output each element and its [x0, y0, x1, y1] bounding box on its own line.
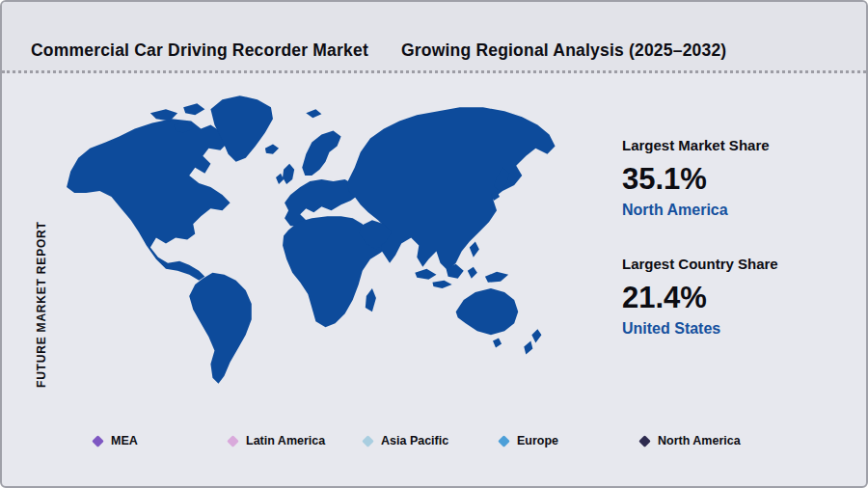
- legend-label: Europe: [517, 434, 558, 447]
- legend-item-latin-america: Latin America: [229, 432, 325, 449]
- legend-item-asia-pacific: Asia Pacific: [364, 432, 448, 449]
- brand-vertical-label: FUTURE MARKET REPORT: [35, 222, 48, 388]
- stat-label: Largest Country Share: [622, 256, 854, 272]
- legend-marker-diamond: [227, 435, 239, 447]
- stat-region: United States: [622, 320, 854, 338]
- continent-north-america: [67, 119, 231, 280]
- legend: MEA Latin America Asia Pacific Europe No…: [2, 432, 866, 449]
- stat-largest-market-share: Largest Market Share 35.1% North America: [622, 137, 854, 219]
- world-map-svg: [57, 91, 602, 394]
- page-title-market: Commercial Car Driving Recorder Market: [31, 41, 368, 61]
- legend-item-europe: Europe: [500, 432, 558, 449]
- legend-marker-diamond: [362, 435, 374, 447]
- page-title-analysis: Growing Regional Analysis (2025–2032): [401, 41, 726, 61]
- continents: [67, 95, 555, 384]
- stat-largest-country-share: Largest Country Share 21.4% United State…: [622, 256, 854, 338]
- legend-item-mea: MEA: [94, 432, 138, 449]
- legend-label: MEA: [111, 434, 138, 447]
- madagascar: [366, 288, 376, 312]
- legend-marker-diamond: [638, 435, 651, 447]
- legend-label: Asia Pacific: [381, 434, 448, 447]
- greenland: [210, 95, 273, 162]
- new-zealand: [524, 329, 541, 354]
- legend-label: North America: [658, 434, 741, 447]
- stats-panel: Largest Market Share 35.1% North America…: [622, 137, 854, 338]
- stat-value: 21.4%: [622, 283, 854, 312]
- stat-label: Largest Market Share: [622, 137, 854, 153]
- legend-marker-diamond: [92, 435, 104, 447]
- stat-region: North America: [622, 202, 854, 219]
- continent-australia: [456, 288, 519, 348]
- legend-label: Latin America: [246, 434, 325, 447]
- infographic-frame: Commercial Car Driving Recorder Market G…: [0, 0, 868, 488]
- continent-south-america: [189, 273, 252, 384]
- legend-item-north-america: North America: [640, 432, 741, 449]
- british-isles: [276, 164, 294, 184]
- stat-value: 35.1%: [622, 164, 854, 194]
- scandinavia: [302, 130, 340, 175]
- world-map: [57, 91, 602, 394]
- header: Commercial Car Driving Recorder Market G…: [2, 2, 866, 73]
- legend-marker-diamond: [498, 435, 510, 447]
